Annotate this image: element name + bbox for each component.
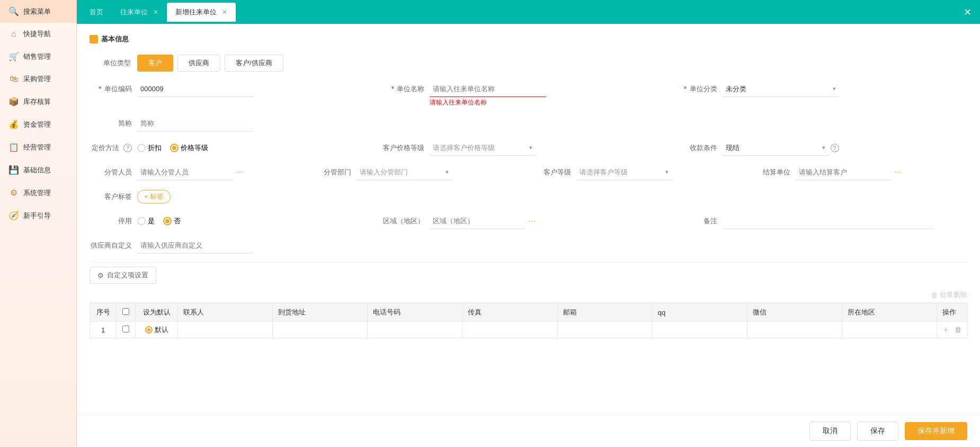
sidebar-item-basic[interactable]: 💾 基础信息 [0, 159, 76, 181]
close-partners-tab[interactable]: ✕ [153, 8, 158, 16]
customer-level-select[interactable]: 请选择客户等级 ▾ [576, 164, 672, 180]
row-phone[interactable] [368, 322, 462, 338]
row-checkbox-cell[interactable] [117, 322, 136, 338]
phone-input[interactable] [373, 326, 457, 334]
unit-type-label: 单位类型 [90, 58, 137, 68]
fax-input[interactable] [468, 326, 551, 334]
price-level-chevron-icon: ▾ [529, 144, 532, 151]
tab-home-label: 首页 [90, 7, 103, 17]
unit-category-select[interactable]: 未分类 ▾ [723, 81, 839, 97]
sidebar: 🔍 搜索菜单 ⌂ 快捷导航 🛒 销售管理 🛍 采购管理 📦 库存核算 💰 资金管… [0, 0, 77, 447]
wechat-input[interactable] [753, 326, 836, 334]
settlement-unit-input[interactable] [796, 164, 891, 180]
short-name-label: 简称 [90, 116, 137, 132]
unit-code-input[interactable] [137, 81, 254, 97]
payment-terms-select[interactable]: 现结 ▾ [723, 140, 828, 156]
basic-icon: 💾 [8, 165, 19, 175]
sidebar-item-quicknav[interactable]: ⌂ 快捷导航 [0, 23, 76, 45]
col-default-header: 设为默认 [136, 303, 178, 322]
row-checkbox[interactable] [122, 326, 129, 332]
select-all-checkbox[interactable] [122, 308, 129, 315]
notes-input[interactable] [723, 213, 934, 229]
sidebar-item-label: 采购管理 [23, 74, 51, 84]
sidebar-item-label: 系统管理 [23, 188, 51, 198]
sidebar-item-system[interactable]: ⚙ 系统管理 [0, 181, 76, 204]
save-and-new-button[interactable]: 保存并新增 [905, 422, 967, 440]
pricing-method-field: 定价方法 ? 折扣 价格等级 [90, 140, 382, 156]
region-more-icon[interactable]: ··· [528, 216, 535, 226]
row-wechat[interactable] [747, 322, 842, 338]
save-button[interactable]: 保存 [857, 422, 898, 441]
tab-home[interactable]: 首页 [81, 3, 112, 22]
address-input[interactable] [278, 326, 362, 334]
unit-type-customer-btn[interactable]: 客户 [137, 55, 173, 72]
row-qq[interactable] [652, 322, 747, 338]
sidebar-item-newbie[interactable]: 🧭 新手引导 [0, 204, 76, 227]
email-input[interactable] [563, 326, 647, 334]
unit-name-input[interactable] [430, 81, 546, 97]
pricing-level-option[interactable]: 价格等级 [170, 143, 208, 153]
short-name-input[interactable] [137, 116, 254, 132]
inventory-icon: 📦 [8, 97, 19, 107]
sidebar-item-search[interactable]: 🔍 搜索菜单 [0, 0, 76, 23]
tab-partners[interactable]: 往来单位 ✕ [112, 3, 167, 22]
close-new-partner-tab[interactable]: ✕ [222, 8, 227, 16]
qq-input[interactable] [658, 326, 742, 334]
row-default-radio[interactable]: 默认 [141, 325, 172, 335]
tab-bar: 首页 往来单位 ✕ 新增往来单位 ✕ ✕ [77, 0, 980, 24]
tab-new-partner[interactable]: 新增往来单位 ✕ [167, 3, 236, 22]
row-fax[interactable] [462, 322, 557, 338]
unit-type-supplier-btn[interactable]: 供应商 [177, 55, 220, 72]
settlement-more-icon[interactable]: ··· [894, 168, 901, 177]
sidebar-item-label: 基础信息 [23, 165, 51, 175]
department-field: 分管部门 请输入分管部门 ▾ [309, 164, 528, 180]
pricing-help-icon[interactable]: ? [123, 144, 132, 152]
form-row-disabled: 停用 是 否 区域（地区） ··· [90, 213, 967, 229]
supplier-custom-input[interactable] [137, 238, 254, 253]
col-checkbox-header[interactable] [117, 303, 136, 322]
disabled-field: 停用 是 否 [90, 213, 382, 229]
add-row-icon[interactable]: ＋ [942, 326, 949, 334]
col-action-header: 操作 [937, 303, 967, 322]
form-row-supplier-custom: 供应商自定义 [90, 238, 967, 253]
department-select[interactable]: 请输入分管部门 ▾ [357, 164, 452, 180]
form-row-manager: 分管人员 ··· 分管部门 请输入分管部门 ▾ 客户等级 请选择客户等级 ▾ 结… [90, 164, 967, 180]
col-num-header: 序号 [90, 303, 117, 322]
payment-help-icon[interactable]: ? [831, 144, 839, 152]
disabled-no-option[interactable]: 否 [163, 216, 181, 226]
custom-settings-button[interactable]: ⚙ 自定义项设置 [90, 267, 156, 284]
row-email[interactable] [557, 322, 652, 338]
notes-label: 备注 [675, 213, 723, 229]
sidebar-item-sales[interactable]: 🛒 销售管理 [0, 45, 76, 68]
sidebar-item-finance[interactable]: 💰 资金管理 [0, 113, 76, 136]
batch-delete-label[interactable]: 批量删除 [940, 290, 967, 300]
sidebar-item-inventory[interactable]: 📦 库存核算 [0, 90, 76, 113]
region-input[interactable] [430, 213, 525, 229]
chevron-down-icon: ▾ [833, 85, 836, 92]
row-location[interactable] [842, 322, 937, 338]
finance-icon: 💰 [8, 119, 19, 129]
sidebar-item-ops[interactable]: 📋 经营管理 [0, 136, 76, 159]
sidebar-item-purchase[interactable]: 🛍 采购管理 [0, 68, 76, 90]
unit-type-both-btn[interactable]: 客户/供应商 [225, 55, 283, 72]
settlement-unit-field: 结算单位 ··· [748, 164, 967, 180]
pricing-discount-option[interactable]: 折扣 [137, 143, 162, 153]
delete-row-icon[interactable]: 🗑 [955, 326, 961, 334]
row-address[interactable] [273, 322, 368, 338]
unit-code-label: * 单位编码 [90, 81, 137, 97]
region-field: 区域（地区） ··· [382, 213, 674, 229]
disabled-yes-option[interactable]: 是 [137, 216, 155, 226]
cancel-button[interactable]: 取消 [809, 422, 851, 441]
manager-label: 分管人员 [90, 164, 137, 180]
customer-price-level-select[interactable]: 请选择客户价格等级 ▾ [430, 140, 536, 156]
manager-more-icon[interactable]: ··· [236, 168, 243, 177]
sidebar-item-label: 资金管理 [23, 120, 51, 129]
manager-input[interactable] [137, 164, 233, 180]
row-contact[interactable] [178, 322, 273, 338]
sidebar-item-label: 库存核算 [23, 97, 51, 107]
location-input[interactable] [848, 326, 931, 334]
close-all-button[interactable]: ✕ [959, 6, 976, 18]
contact-input[interactable] [183, 326, 267, 334]
batch-delete-area: 🗑 批量删除 [90, 290, 967, 300]
add-tag-button[interactable]: + 标签 [137, 190, 171, 204]
